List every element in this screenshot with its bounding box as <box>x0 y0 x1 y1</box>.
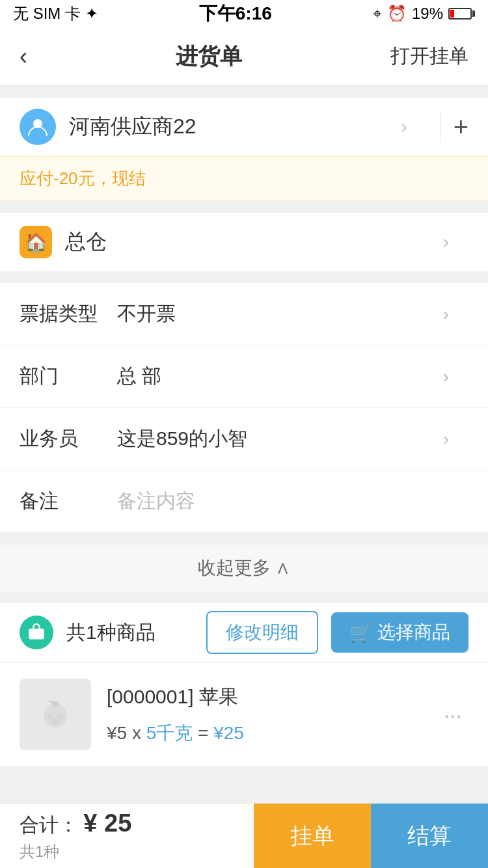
total-amount: ¥ 25 <box>83 809 131 837</box>
product-info: [0000001] 苹果 ¥5 x 5千克 = ¥25 <box>107 684 437 746</box>
invoice-chevron-icon: › <box>443 304 449 325</box>
products-header: 共1种商品 修改明细 🛒 选择商品 <box>0 603 488 662</box>
supplier-name: 河南供应商22 <box>69 113 401 141</box>
product-price: ¥5 <box>107 723 127 743</box>
svg-point-4 <box>47 714 53 720</box>
product-price-line: ¥5 x 5千克 = ¥25 <box>107 721 437 746</box>
product-count-icon <box>20 616 53 649</box>
status-time: 下午6:16 <box>199 1 272 26</box>
supplier-avatar <box>20 109 56 145</box>
total-label: 合计： <box>20 814 78 835</box>
product-multiply: x <box>132 723 146 743</box>
product-more-button[interactable]: ··· <box>437 696 468 734</box>
supplier-tip: 应付-20元，现结 <box>0 156 488 201</box>
invoice-value: 不开票 <box>111 301 443 327</box>
supplier-chevron-icon: › <box>401 116 407 137</box>
collapse-label: 收起更多 ∧ <box>198 556 291 580</box>
cart-icon: 🛒 <box>349 622 372 644</box>
warehouse-chevron-icon: › <box>443 232 449 252</box>
product-count-text: 共1种商品 <box>66 619 193 646</box>
warehouse-row[interactable]: 🏠 总仓 › <box>0 213 488 271</box>
remark-label: 备注 <box>20 488 111 515</box>
hang-label: 挂单 <box>290 821 334 851</box>
edit-detail-button[interactable]: 修改明细 <box>206 611 318 654</box>
sim-label: 无 SIM 卡 ✦ <box>13 3 98 24</box>
sales-label: 业务员 <box>20 426 111 452</box>
bottom-bar: 合计： ¥ 25 共1种 挂单 结算 <box>0 803 488 868</box>
product-item: [0000001] 苹果 ¥5 x 5千克 = ¥25 ··· <box>0 663 488 766</box>
invoice-label: 票据类型 <box>20 301 111 327</box>
product-title: 苹果 <box>199 686 238 707</box>
checkout-button[interactable]: 结算 <box>371 804 488 868</box>
add-supplier-button[interactable]: + <box>454 113 468 142</box>
sales-chevron-icon: › <box>443 429 449 450</box>
battery-icon <box>448 8 475 20</box>
supplier-row[interactable]: 河南供应商22 › + <box>0 98 488 156</box>
total-sub: 共1种 <box>20 841 234 862</box>
svg-rect-1 <box>29 629 44 639</box>
bottom-total: 合计： ¥ 25 共1种 <box>0 804 254 868</box>
remark-row[interactable]: 备注 备注内容 <box>0 470 488 533</box>
main-content: 河南供应商22 › + 应付-20元，现结 🏠 总仓 › 票据类型 不开票 › … <box>0 98 488 831</box>
dept-value: 总 部 <box>111 363 443 390</box>
product-equals: = <box>198 723 213 743</box>
alarm-icon: ⏰ <box>387 5 407 23</box>
total-main: 合计： ¥ 25 <box>20 809 234 839</box>
hang-button[interactable]: 挂单 <box>254 804 371 868</box>
divider <box>440 111 441 143</box>
status-bar: 无 SIM 卡 ✦ 下午6:16 ⌖ ⏰ 19% <box>0 0 488 27</box>
product-name: [0000001] 苹果 <box>107 684 437 711</box>
form-section: 票据类型 不开票 › 部门 总 部 › 业务员 这是859的小智 › 备注 备注… <box>0 283 488 533</box>
product-total: ¥25 <box>213 723 244 743</box>
dept-row[interactable]: 部门 总 部 › <box>0 346 488 408</box>
dept-label: 部门 <box>20 363 111 390</box>
page-title: 进货单 <box>176 42 242 72</box>
status-right: ⌖ ⏰ 19% <box>373 5 475 23</box>
product-code: [0000001] <box>107 686 193 707</box>
back-button[interactable]: ‹ <box>20 43 27 70</box>
collapse-button[interactable]: 收起更多 ∧ <box>0 545 488 591</box>
invoice-row[interactable]: 票据类型 不开票 › <box>0 283 488 346</box>
product-qty: 5千克 <box>146 723 193 743</box>
svg-point-6 <box>52 718 59 724</box>
svg-point-5 <box>57 714 64 720</box>
select-product-button[interactable]: 🛒 选择商品 <box>331 612 468 653</box>
warehouse-icon: 🏠 <box>20 226 52 258</box>
select-product-label: 选择商品 <box>377 620 450 645</box>
product-thumbnail <box>20 679 91 750</box>
sales-value: 这是859的小智 <box>111 426 443 452</box>
remark-placeholder: 备注内容 <box>111 488 468 515</box>
sales-row[interactable]: 业务员 这是859的小智 › <box>0 408 488 470</box>
battery-percent: 19% <box>412 5 443 23</box>
checkout-label: 结算 <box>407 821 452 851</box>
dept-chevron-icon: › <box>443 366 449 387</box>
nav-bar: ‹ 进货单 打开挂单 <box>0 27 488 86</box>
open-hang-button[interactable]: 打开挂单 <box>390 43 468 70</box>
warehouse-name: 总仓 <box>65 228 443 256</box>
location-icon: ⌖ <box>373 5 382 23</box>
status-left: 无 SIM 卡 ✦ <box>13 3 98 24</box>
supplier-section: 河南供应商22 › + 应付-20元，现结 <box>0 98 488 201</box>
